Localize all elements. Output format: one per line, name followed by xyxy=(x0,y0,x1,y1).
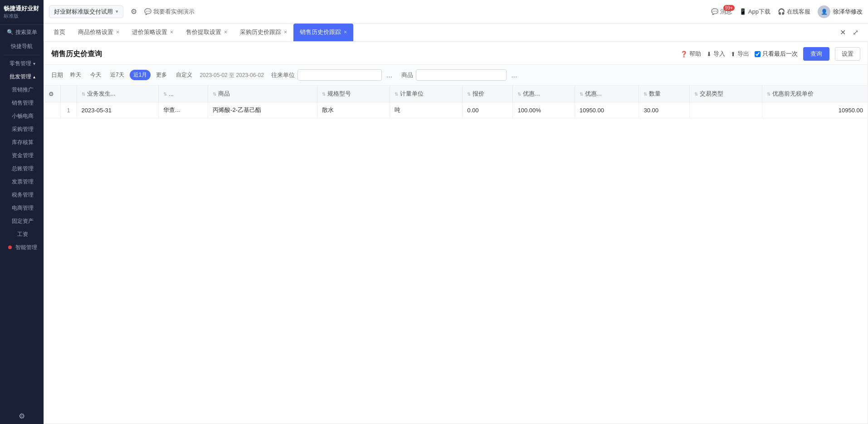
source-unit-input[interactable] xyxy=(297,69,382,81)
sidebar-item-purchase[interactable]: 采购管理 xyxy=(0,123,44,136)
demo-label: 我要看实例演示 xyxy=(153,8,195,16)
sidebar-item-inventory[interactable]: 库存核算 xyxy=(0,136,44,149)
sidebar-item-retail[interactable]: 零售管理 ▾ xyxy=(0,57,44,70)
col-product-label: 商品 xyxy=(218,90,230,98)
col-pretax-price-label: 优惠前无税单价 xyxy=(772,90,814,98)
tab-strategy[interactable]: 进价策略设置 × xyxy=(126,24,180,42)
version-label: 好业财标准版交付试用 xyxy=(54,8,113,16)
topbar-right: 💬 消息 99+ 📱 App下载 🎧 在线客服 👤 徐泽华修改 xyxy=(711,5,863,18)
tab-sale-price-close[interactable]: × xyxy=(224,29,227,35)
date-opt-last1month[interactable]: 近1月 xyxy=(130,70,151,80)
table-body: 1 2023-05-31 华查... 丙烯酸-2-乙基己酯 散水 吨 0.00 … xyxy=(44,102,868,118)
sidebar-item-tax[interactable]: 税务管理 xyxy=(0,188,44,202)
col-product[interactable]: ⇅ 商品 xyxy=(208,86,317,102)
page-header-actions: ❓ 帮助 ⬇ 导入 ⬆ 导出 只看最后一次 查询 设置 xyxy=(680,47,860,61)
chevron-icon: ▴ xyxy=(33,74,35,79)
sidebar-item-ledger[interactable]: 总账管理 xyxy=(0,162,44,175)
only-last-checkbox[interactable] xyxy=(755,51,761,57)
col-spec[interactable]: ⇅ 规格型号 xyxy=(317,86,390,102)
col-txn-type[interactable]: ⇅ 交易类型 xyxy=(689,86,762,102)
tab-sale-history-close[interactable]: × xyxy=(344,29,347,35)
version-selector[interactable]: 好业财标准版交付试用 ▾ xyxy=(49,5,123,18)
user-menu[interactable]: 👤 徐泽华修改 xyxy=(818,5,863,18)
sidebar-item-label: 税务管理 xyxy=(12,191,34,199)
service-button[interactable]: 🎧 在线客服 xyxy=(778,8,810,16)
query-button[interactable]: 查询 xyxy=(803,47,829,61)
tab-sale-price[interactable]: 售价提取设置 × xyxy=(180,24,234,42)
mobile-icon: 📱 xyxy=(739,8,746,15)
logo-subtitle: 标准版 xyxy=(4,13,39,19)
import-button[interactable]: ⬇ 导入 xyxy=(707,50,725,58)
only-last-label: 只看最后一次 xyxy=(762,50,798,58)
sidebar-item-ecommerce-small[interactable]: 小畅电商 xyxy=(0,110,44,123)
panel-close-button[interactable]: ✕ xyxy=(837,27,848,38)
col-discount2[interactable]: ⇅ 优惠... xyxy=(575,86,639,102)
sidebar-item-payroll[interactable]: 工资 xyxy=(0,228,44,241)
col-quote[interactable]: ⇅ 报价 xyxy=(463,86,513,102)
row-txn-type xyxy=(689,102,762,118)
date-opt-custom[interactable]: 自定义 xyxy=(172,70,196,80)
sidebar-item-marketing[interactable]: 营销推广 xyxy=(0,83,44,96)
export-icon: ⬆ xyxy=(731,51,736,58)
date-opt-today[interactable]: 今天 xyxy=(87,70,105,80)
message-button[interactable]: 💬 消息 99+ xyxy=(711,8,732,16)
help-button[interactable]: ❓ 帮助 xyxy=(680,50,701,58)
tab-price[interactable]: 商品价格设置 × xyxy=(72,24,126,42)
sidebar-nav[interactable]: 快捷导航 xyxy=(0,40,44,53)
date-range-text: 2023-05-02 至 2023-06-02 xyxy=(200,72,263,79)
date-opt-last7[interactable]: 近7天 xyxy=(107,70,128,80)
date-options: 昨天 今天 近7天 近1月 更多 自定义 xyxy=(67,70,196,80)
page-title: 销售历史价查询 xyxy=(51,49,680,59)
tab-home[interactable]: 首页 xyxy=(47,24,72,42)
tab-price-close[interactable]: × xyxy=(116,29,119,35)
tab-strategy-close[interactable]: × xyxy=(170,29,173,35)
sidebar-bottom: ⚙ xyxy=(0,408,44,424)
col-biz-date[interactable]: ⇅ 业务发生... xyxy=(77,86,159,102)
tab-purchase-history-close[interactable]: × xyxy=(284,29,287,35)
sidebar-item-smart[interactable]: 智能管理 xyxy=(0,241,44,254)
sidebar-item-fixed-assets[interactable]: 固定资产 xyxy=(0,215,44,228)
col-more[interactable]: ⇅ ... xyxy=(159,86,208,102)
only-last-checkbox-label[interactable]: 只看最后一次 xyxy=(755,50,798,58)
col-qty[interactable]: ⇅ 数量 xyxy=(639,86,689,102)
sidebar-item-wholesale[interactable]: 批发管理 ▴ xyxy=(0,70,44,83)
date-opt-more[interactable]: 更多 xyxy=(152,70,171,80)
sort-icon: ⇅ xyxy=(467,92,471,96)
app-download-button[interactable]: 📱 App下载 xyxy=(739,8,770,16)
col-gear[interactable]: ⚙ xyxy=(44,86,60,102)
col-discount1[interactable]: ⇅ 优惠... xyxy=(513,86,575,102)
sidebar-item-invoice[interactable]: 发票管理 xyxy=(0,175,44,188)
import-label: 导入 xyxy=(713,50,725,58)
settings-button[interactable]: 设置 xyxy=(835,47,860,61)
settings-icon[interactable]: ⚙ xyxy=(19,412,25,420)
main-area: 好业财标准版交付试用 ▾ ⚙ 💬 我要看实例演示 💬 消息 99+ 📱 App下… xyxy=(44,0,868,424)
sort-icon: ⇅ xyxy=(163,92,167,96)
panel-expand-button[interactable]: ⤢ xyxy=(850,27,861,38)
row-seq: 1 xyxy=(60,102,77,118)
sidebar-item-ecommerce[interactable]: 电商管理 xyxy=(0,202,44,215)
settings-button[interactable]: ⚙ xyxy=(127,5,141,18)
sidebar-item-finance[interactable]: 资金管理 xyxy=(0,149,44,162)
source-unit-ellipsis[interactable]: ... xyxy=(385,71,394,79)
col-unit[interactable]: ⇅ 计量单位 xyxy=(390,86,463,102)
red-dot-icon xyxy=(8,246,12,249)
product-input[interactable] xyxy=(416,69,507,81)
export-button[interactable]: ⬆ 导出 xyxy=(731,50,749,58)
tab-purchase-history[interactable]: 采购历史价跟踪 × xyxy=(234,24,293,42)
sidebar-search[interactable]: 🔍 搜索菜单 xyxy=(0,25,44,40)
date-opt-yesterday[interactable]: 昨天 xyxy=(67,70,85,80)
col-pretax-price[interactable]: ⇅ 优惠前无税单价 xyxy=(762,86,868,102)
filter-bar: 日期 昨天 今天 近7天 近1月 更多 自定义 2023-05-02 至 202… xyxy=(44,65,868,86)
demo-link[interactable]: 💬 我要看实例演示 xyxy=(144,8,195,16)
row-biz-date: 2023-05-31 xyxy=(77,102,159,118)
table-row[interactable]: 1 2023-05-31 华查... 丙烯酸-2-乙基己酯 散水 吨 0.00 … xyxy=(44,102,868,118)
tab-price-label: 商品价格设置 xyxy=(78,28,113,36)
tab-sale-history[interactable]: 销售历史价跟踪 × xyxy=(293,24,353,42)
sidebar-item-label: 零售管理 xyxy=(10,60,31,67)
sidebar-item-label: 采购管理 xyxy=(12,125,34,133)
sidebar-item-sales[interactable]: 销售管理 xyxy=(0,96,44,110)
topbar: 好业财标准版交付试用 ▾ ⚙ 💬 我要看实例演示 💬 消息 99+ 📱 App下… xyxy=(44,0,868,24)
product-ellipsis[interactable]: ... xyxy=(509,71,519,79)
sort-icon: ⇅ xyxy=(580,92,583,96)
sidebar-item-label: 工资 xyxy=(17,231,28,238)
